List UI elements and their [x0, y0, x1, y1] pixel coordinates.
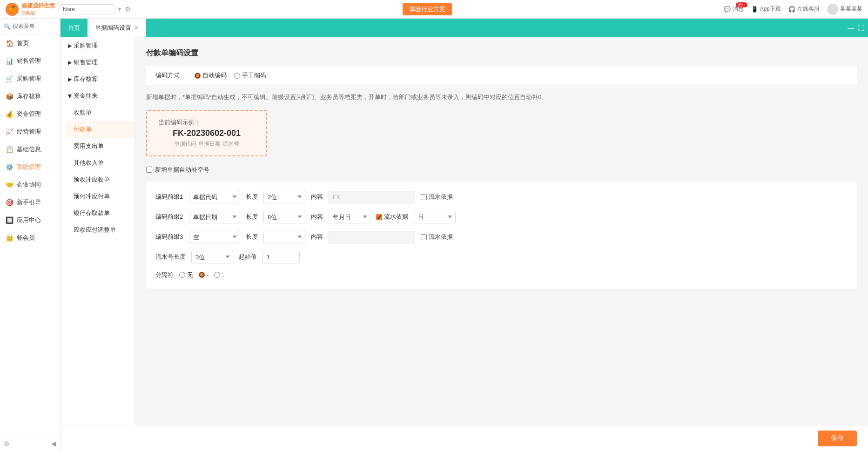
sidebar-item-sales[interactable]: 📊 销售管理	[0, 52, 60, 70]
sep-none-radio[interactable]	[179, 272, 185, 278]
prefix3-watermark-checkbox[interactable]	[421, 234, 427, 240]
search-menu-button[interactable]: 🔍 搜索菜单	[0, 19, 60, 34]
settings-footer-icon[interactable]: ⚙	[4, 440, 10, 447]
sales-group-arrow: ▶	[68, 60, 72, 66]
serial-length-row: 流水号长度 3位 4位 5位 6位 起始值	[155, 251, 848, 263]
sidebar-item-coop[interactable]: 🤝 企业协同	[0, 176, 60, 194]
sidebar-label-system: 系统管理	[17, 163, 41, 171]
prefix2-select[interactable]: 单据日期 单据代码 部门 业务员 空	[189, 211, 240, 223]
left-panel-prepay-pay[interactable]: 预付冲应付单	[66, 188, 135, 205]
top-bar-middle: 体验行业方案	[403, 3, 452, 15]
sidebar-item-basic[interactable]: 📋 基础信息	[0, 141, 60, 158]
tab-bar: 首页 单据编码设置 ✕ — ⛶	[61, 19, 868, 37]
tab-home[interactable]: 首页	[61, 19, 87, 37]
sep-dot-radio[interactable]	[214, 272, 220, 278]
tab-code-setting-label: 单据编码设置	[95, 24, 131, 32]
home-icon: 🏠	[6, 40, 13, 47]
left-panel-other-income[interactable]: 其他收入单	[66, 155, 135, 171]
solution-button[interactable]: 体验行业方案	[403, 3, 452, 15]
prefix1-watermark-check[interactable]: 流水依据	[421, 193, 453, 201]
prefix1-watermark-checkbox[interactable]	[421, 194, 427, 200]
sep-dot-option[interactable]: .	[214, 271, 224, 278]
online-service-button[interactable]: 🎧 在线客服	[788, 5, 820, 13]
minimize-icon[interactable]: —	[848, 24, 854, 32]
tab-close-icon[interactable]: ✕	[134, 25, 139, 31]
serial-length-select[interactable]: 3位 4位 5位 6位	[191, 251, 233, 263]
sidebar-item-member[interactable]: 👑 畅会员	[0, 229, 60, 247]
sep-dash-label: -	[207, 271, 209, 278]
encoding-radio-group: 自动编码 手工编码	[195, 71, 266, 80]
settings-icon[interactable]: ⚙	[125, 6, 131, 13]
new-record-checkbox[interactable]	[146, 167, 152, 173]
left-panel-adjust[interactable]: 应收应付调整单	[66, 222, 135, 238]
prefix3-label: 编码前缀3	[155, 233, 183, 241]
start-value-input[interactable]	[262, 251, 300, 263]
sidebar-label-purchase: 采购管理	[17, 74, 41, 83]
prefix1-content-input	[329, 191, 415, 203]
left-panel-payment[interactable]: 付款单	[66, 121, 135, 138]
auto-code-radio[interactable]	[195, 73, 201, 79]
headset-icon: 🎧	[788, 6, 795, 13]
prefix3-select[interactable]: 空 单据代码 单据日期 部门 业务员	[189, 231, 240, 243]
auto-code-option[interactable]: 自动编码	[195, 71, 227, 80]
left-panel: ▶ 采购管理 ▶ 销售管理 ▶ 库存核算 ▶ 资金往来 收款单	[61, 37, 135, 425]
nav-input[interactable]	[59, 4, 114, 14]
prefix1-length-label: 长度	[246, 193, 258, 201]
sep-dash-radio[interactable]	[199, 272, 205, 278]
user-profile[interactable]: 某某某某	[827, 4, 862, 15]
left-panel-inventory-group[interactable]: ▶ 库存核算	[61, 71, 135, 88]
prefix2-row: 编码前缀2 单据日期 单据代码 部门 业务员 空 长度 8位 2位 4位	[155, 211, 848, 223]
app-download-button[interactable]: 📱 App下载	[751, 5, 781, 13]
funds-group-label: 资金往来	[74, 92, 98, 100]
expand-icon[interactable]: ⛶	[858, 24, 864, 32]
sidebar-item-home[interactable]: 🏠 首页	[0, 34, 60, 52]
message-button[interactable]: 💬 消息 99+	[724, 5, 744, 13]
prefix1-length-select[interactable]: 2位 4位 6位 8位	[263, 191, 305, 203]
prefix3-watermark-check[interactable]: 流水依据	[421, 233, 453, 241]
sidebar-item-operations[interactable]: 📈 经营管理	[0, 123, 60, 141]
member-icon: 👑	[6, 234, 13, 242]
brand: 🍊 畅捷通好生意 旗舰版	[6, 2, 55, 16]
sidebar-item-finance[interactable]: 💰 资金管理	[0, 105, 60, 123]
manual-code-radio[interactable]	[234, 73, 240, 79]
sidebar-nav: 🏠 首页 📊 销售管理 🛒 采购管理 📦 库存核算 💰 资金管理 📈 经	[0, 34, 60, 436]
save-button[interactable]: 保存	[818, 431, 857, 446]
left-panel-bank-deposit[interactable]: 银行存取款单	[66, 205, 135, 222]
manual-code-label: 手工编码	[242, 71, 266, 80]
funds-sub-items: 收款单 付款单 费用支出单 其他收入单 预收冲应收单 预付冲	[61, 104, 135, 238]
left-panel-purchase-group[interactable]: ▶ 采购管理	[61, 37, 135, 54]
left-panel-prepay-receive[interactable]: 预收冲应收单	[66, 171, 135, 188]
basic-icon: 📋	[6, 146, 13, 153]
sidebar-item-purchase[interactable]: 🛒 采购管理	[0, 70, 60, 88]
left-panel-sales-group[interactable]: ▶ 销售管理	[61, 54, 135, 71]
tab-code-setting[interactable]: 单据编码设置 ✕	[87, 19, 146, 37]
sidebar-item-inventory[interactable]: 📦 库存核算	[0, 88, 60, 105]
prepay-receive-label: 预收冲应收单	[74, 175, 110, 184]
prefix1-select[interactable]: 单据代码 单据日期 部门 业务员 空	[189, 191, 240, 203]
prefix2-watermark-checkbox[interactable]	[376, 214, 382, 220]
prefix2-watermark-check[interactable]: 流水依据	[376, 213, 408, 221]
sidebar-item-appstore[interactable]: 🔲 应用中心	[0, 211, 60, 229]
preview-desc: 单据代码-单据日期-流水号	[158, 140, 255, 148]
sep-dash-option[interactable]: -	[199, 271, 209, 278]
chevron-down-icon[interactable]: ▾	[118, 6, 121, 13]
prefix1-row: 编码前缀1 单据代码 单据日期 部门 业务员 空 长度 2位 4位 6位	[155, 191, 848, 203]
manual-code-option[interactable]: 手工编码	[234, 71, 266, 80]
left-panel-receipt[interactable]: 收款单	[66, 104, 135, 121]
left-panel-expense[interactable]: 费用支出单	[66, 138, 135, 155]
sep-none-option[interactable]: 无	[179, 271, 193, 279]
prefix2-content-select[interactable]: 年月日 年月 年	[329, 211, 370, 223]
prefix2-watermark-unit-select[interactable]: 日 月 年	[414, 211, 456, 223]
prefix2-length-select[interactable]: 8位 2位 4位 6位	[263, 211, 305, 223]
sidebar-label-guide: 新手引导	[17, 198, 41, 207]
encoding-type-label: 编码方式	[155, 71, 180, 80]
sales-group-label: 销售管理	[74, 58, 98, 67]
collapse-sidebar-icon[interactable]: ◀	[51, 440, 56, 447]
brand-name: 畅捷通好生意	[21, 2, 55, 10]
left-panel-funds-group[interactable]: ▶ 资金往来	[61, 88, 135, 104]
auto-code-label: 自动编码	[202, 71, 227, 80]
prefix3-length-select[interactable]	[263, 231, 305, 243]
sidebar-item-guide[interactable]: 🎯 新手引导	[0, 194, 60, 211]
sidebar-item-system[interactable]: ⚙️ 系统管理	[0, 158, 60, 176]
top-bar-left: 🍊 畅捷通好生意 旗舰版 ▾ ⚙	[6, 2, 131, 16]
